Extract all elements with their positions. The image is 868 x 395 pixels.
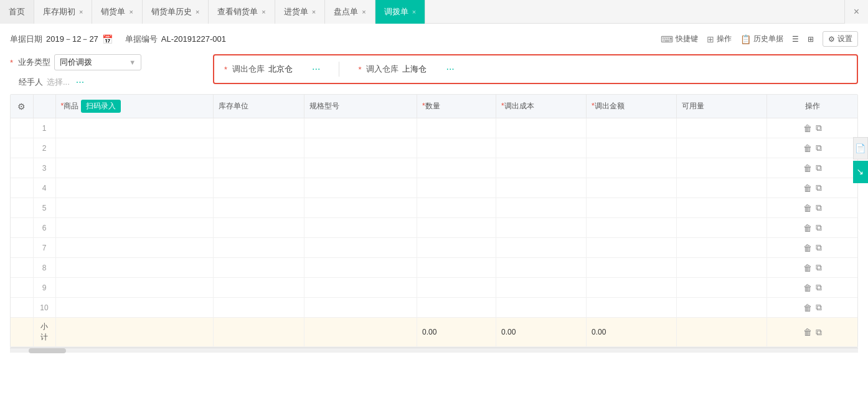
delete-row-icon[interactable]: 🗑 bbox=[803, 263, 812, 273]
row-avail-cell bbox=[677, 278, 767, 298]
tab-close-stocktake[interactable]: × bbox=[362, 8, 366, 16]
tab-view-sales[interactable]: 查看销货单 × bbox=[209, 0, 275, 24]
row-amount-cell[interactable] bbox=[587, 178, 677, 198]
table-settings-icon[interactable]: ⚙ bbox=[17, 102, 26, 112]
row-amount-cell[interactable] bbox=[587, 118, 677, 138]
row-cost-cell[interactable] bbox=[496, 278, 586, 298]
row-qty-cell[interactable] bbox=[417, 258, 496, 278]
tab-close-purchase-order[interactable]: × bbox=[312, 8, 316, 16]
handler-more-button[interactable]: ··· bbox=[76, 77, 84, 88]
delete-row-icon[interactable]: 🗑 bbox=[803, 243, 812, 253]
row-amount-cell[interactable] bbox=[587, 278, 677, 298]
row-qty-cell[interactable] bbox=[417, 158, 496, 178]
delete-row-icon[interactable]: 🗑 bbox=[803, 283, 812, 293]
row-goods-cell[interactable] bbox=[55, 278, 214, 298]
float-doc-button[interactable]: 📄 bbox=[853, 137, 868, 159]
row-cost-cell[interactable] bbox=[496, 138, 586, 158]
row-goods-cell[interactable] bbox=[55, 258, 214, 278]
copy-row-icon[interactable]: ⧉ bbox=[816, 302, 822, 313]
business-type-select[interactable]: 同价调拨 ▼ bbox=[54, 54, 141, 70]
delete-row-icon[interactable]: 🗑 bbox=[803, 203, 812, 213]
row-goods-cell[interactable] bbox=[55, 198, 214, 218]
copy-row-icon[interactable]: ⧉ bbox=[816, 222, 822, 233]
tab-sales-order[interactable]: 销货单 × bbox=[92, 0, 142, 24]
tab-home[interactable]: 首页 bbox=[0, 0, 34, 24]
out-warehouse-more-button[interactable]: ··· bbox=[312, 64, 320, 75]
row-qty-cell[interactable] bbox=[417, 218, 496, 238]
row-amount-cell[interactable] bbox=[587, 218, 677, 238]
row-cost-cell[interactable] bbox=[496, 238, 586, 258]
col-goods-header: *商品 扫码录入 bbox=[55, 95, 214, 118]
row-amount-cell[interactable] bbox=[587, 298, 677, 318]
delete-row-icon[interactable]: 🗑 bbox=[803, 143, 812, 153]
horizontal-scrollbar[interactable] bbox=[10, 348, 858, 353]
row-goods-cell[interactable] bbox=[55, 238, 214, 258]
handler-placeholder[interactable]: 选择... bbox=[47, 77, 70, 88]
row-goods-cell[interactable] bbox=[55, 178, 214, 198]
float-export-button[interactable]: ↗ bbox=[853, 161, 868, 183]
in-warehouse-more-button[interactable]: ··· bbox=[446, 64, 454, 75]
tab-stocktake[interactable]: 盘点单 × bbox=[325, 0, 375, 24]
settings-button[interactable]: ⚙ 设置 bbox=[823, 31, 858, 47]
tab-close-view-sales[interactable]: × bbox=[262, 8, 265, 16]
scan-input-button[interactable]: 扫码录入 bbox=[81, 100, 121, 113]
row-cost-cell[interactable] bbox=[496, 198, 586, 218]
delete-row-icon[interactable]: 🗑 bbox=[803, 303, 812, 313]
row-cost-cell[interactable] bbox=[496, 118, 586, 138]
row-amount-cell[interactable] bbox=[587, 258, 677, 278]
row-amount-cell[interactable] bbox=[587, 138, 677, 158]
row-cost-cell[interactable] bbox=[496, 258, 586, 278]
history-action[interactable]: 📋 历史单据 bbox=[740, 34, 783, 44]
calendar-icon[interactable]: 📅 bbox=[102, 34, 113, 44]
tab-sales-history[interactable]: 销货单历史 × bbox=[143, 0, 209, 24]
row-qty-cell[interactable] bbox=[417, 198, 496, 218]
row-qty-cell[interactable] bbox=[417, 278, 496, 298]
row-goods-cell[interactable] bbox=[55, 298, 214, 318]
delete-row-icon[interactable]: 🗑 bbox=[803, 327, 812, 337]
tab-close-inventory-init[interactable]: × bbox=[79, 8, 83, 16]
row-amount-cell[interactable] bbox=[587, 158, 677, 178]
scroll-thumb[interactable] bbox=[29, 348, 66, 353]
row-qty-cell[interactable] bbox=[417, 178, 496, 198]
copy-row-icon[interactable]: ⧉ bbox=[816, 262, 822, 273]
row-cost-cell[interactable] bbox=[496, 158, 586, 178]
copy-row-icon[interactable]: ⧉ bbox=[816, 163, 822, 173]
copy-row-icon[interactable]: ⧉ bbox=[816, 123, 822, 133]
copy-row-icon[interactable]: ⧉ bbox=[816, 282, 822, 293]
tab-close-transfer[interactable]: × bbox=[412, 8, 416, 16]
copy-row-icon[interactable]: ⧉ bbox=[816, 242, 822, 253]
row-cost-cell[interactable] bbox=[496, 178, 586, 198]
window-close-button[interactable]: × bbox=[844, 0, 868, 24]
row-amount-cell[interactable] bbox=[587, 198, 677, 218]
row-amount-cell[interactable] bbox=[587, 238, 677, 258]
row-gear-cell bbox=[11, 298, 33, 318]
copy-row-icon[interactable]: ⧉ bbox=[816, 327, 822, 338]
row-qty-cell[interactable] bbox=[417, 138, 496, 158]
row-qty-cell[interactable] bbox=[417, 298, 496, 318]
row-qty-cell[interactable] bbox=[417, 238, 496, 258]
delete-row-icon[interactable]: 🗑 bbox=[803, 123, 812, 133]
tab-transfer[interactable]: 调拨单 × bbox=[375, 0, 425, 24]
tab-close-sales-order[interactable]: × bbox=[129, 8, 133, 16]
req-star-in: * bbox=[358, 65, 361, 74]
copy-row-icon[interactable]: ⧉ bbox=[816, 183, 822, 193]
row-goods-cell[interactable] bbox=[55, 138, 214, 158]
copy-row-icon[interactable]: ⧉ bbox=[816, 143, 822, 153]
layout-toggle-2[interactable]: ⊞ bbox=[808, 35, 814, 44]
copy-row-icon[interactable]: ⧉ bbox=[816, 202, 822, 213]
row-goods-cell[interactable] bbox=[55, 218, 214, 238]
layout-toggle-1[interactable]: ☰ bbox=[792, 35, 799, 44]
operation-action[interactable]: ⊞ 操作 bbox=[707, 34, 732, 44]
row-qty-cell[interactable] bbox=[417, 118, 496, 138]
row-goods-cell[interactable] bbox=[55, 118, 214, 138]
row-goods-cell[interactable] bbox=[55, 158, 214, 178]
tab-purchase-order[interactable]: 进货单 × bbox=[275, 0, 325, 24]
row-cost-cell[interactable] bbox=[496, 298, 586, 318]
tab-close-sales-history[interactable]: × bbox=[196, 8, 199, 16]
delete-row-icon[interactable]: 🗑 bbox=[803, 183, 812, 193]
delete-row-icon[interactable]: 🗑 bbox=[803, 223, 812, 233]
row-cost-cell[interactable] bbox=[496, 218, 586, 238]
delete-row-icon[interactable]: 🗑 bbox=[803, 163, 812, 173]
tab-inventory-init[interactable]: 库存期初 × bbox=[34, 0, 92, 24]
shortcut-action[interactable]: ⌨ 快捷键 bbox=[661, 34, 698, 44]
